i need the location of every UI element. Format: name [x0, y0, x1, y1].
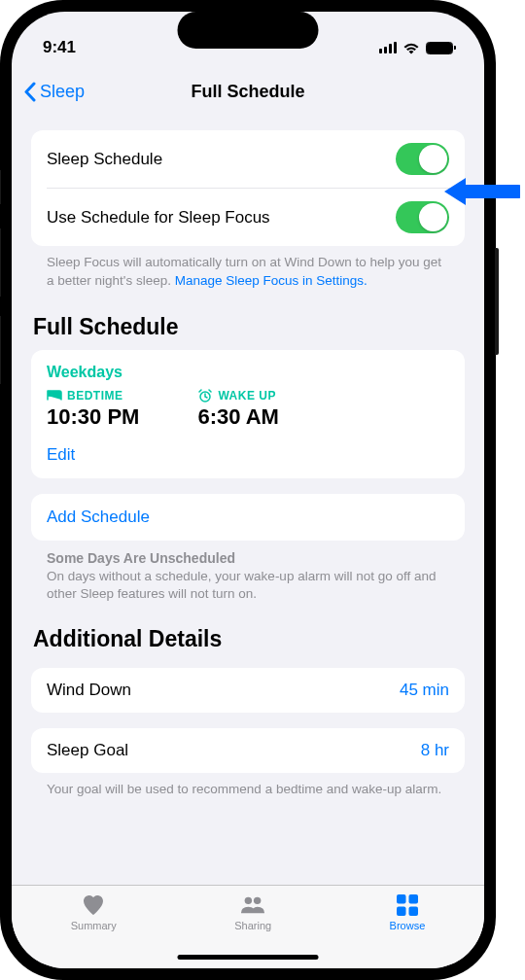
- tab-summary[interactable]: Summary: [71, 893, 117, 968]
- toggles-card: Sleep Schedule Use Schedule for Sleep Fo…: [31, 130, 465, 246]
- callout-arrow: [442, 172, 520, 215]
- add-schedule-button[interactable]: Add Schedule: [47, 508, 150, 526]
- page-title: Full Schedule: [191, 82, 304, 102]
- bedtime-value: 10:30 PM: [47, 404, 139, 430]
- schedule-days: Weekdays: [47, 364, 449, 381]
- navigation-bar: Sleep Full Schedule: [12, 68, 484, 115]
- bed-icon: [47, 390, 62, 401]
- unscheduled-title: Some Days Are Unscheduled: [31, 550, 465, 566]
- manage-focus-link[interactable]: Manage Sleep Focus in Settings.: [175, 273, 368, 288]
- goal-footer: Your goal will be used to recommend a be…: [31, 773, 465, 819]
- wakeup-value: 6:30 AM: [197, 404, 279, 430]
- edit-schedule-button[interactable]: Edit: [47, 445, 449, 465]
- additional-details-header: Additional Details: [31, 626, 465, 652]
- alarm-icon: [197, 389, 213, 402]
- use-focus-toggle[interactable]: [396, 201, 449, 233]
- unscheduled-text: On days without a schedule, your wake-up…: [31, 566, 465, 603]
- use-focus-row: Use Schedule for Sleep Focus: [31, 189, 465, 246]
- people-icon: [240, 893, 265, 917]
- svg-point-2: [254, 897, 261, 904]
- wifi-icon: [402, 42, 420, 54]
- wind-down-label: Wind Down: [47, 681, 131, 700]
- back-button[interactable]: Sleep: [23, 82, 85, 102]
- sleep-schedule-row: Sleep Schedule: [31, 130, 465, 188]
- wakeup-column: WAKE UP 6:30 AM: [197, 389, 279, 430]
- content-scroll[interactable]: Sleep Schedule Use Schedule for Sleep Fo…: [12, 115, 484, 885]
- cellular-icon: [379, 42, 398, 54]
- svg-rect-3: [397, 894, 406, 904]
- home-indicator[interactable]: [178, 955, 319, 960]
- sleep-schedule-toggle[interactable]: [396, 143, 449, 175]
- chevron-left-icon: [23, 82, 36, 102]
- tab-bar: Summary Sharing Browse: [12, 885, 484, 968]
- schedule-card: Weekdays BEDTIME 10:30 PM WAKE UP: [31, 350, 465, 478]
- status-time: 9:41: [43, 38, 76, 57]
- svg-rect-6: [408, 907, 418, 917]
- bedtime-column: BEDTIME 10:30 PM: [47, 389, 139, 430]
- svg-point-1: [245, 897, 252, 904]
- focus-footer: Sleep Focus will automatically turn on a…: [31, 246, 465, 291]
- tab-browse[interactable]: Browse: [390, 893, 426, 968]
- full-schedule-header: Full Schedule: [31, 314, 465, 340]
- sleep-goal-card[interactable]: Sleep Goal 8 hr: [31, 728, 465, 773]
- sleep-schedule-label: Sleep Schedule: [47, 150, 162, 169]
- wind-down-value: 45 min: [400, 681, 449, 700]
- grid-icon: [395, 893, 420, 917]
- svg-rect-5: [397, 907, 406, 917]
- add-schedule-card[interactable]: Add Schedule: [31, 494, 465, 541]
- battery-icon: [426, 42, 453, 54]
- use-focus-label: Use Schedule for Sleep Focus: [47, 208, 270, 228]
- back-label: Sleep: [40, 82, 85, 102]
- phone-frame: 9:41 Sleep Full Schedule: [0, 0, 496, 980]
- dynamic-island: [178, 12, 319, 49]
- heart-icon: [81, 893, 106, 917]
- svg-rect-4: [408, 894, 418, 904]
- sleep-goal-value: 8 hr: [421, 741, 449, 760]
- sleep-goal-label: Sleep Goal: [47, 741, 128, 760]
- wind-down-card[interactable]: Wind Down 45 min: [31, 668, 465, 713]
